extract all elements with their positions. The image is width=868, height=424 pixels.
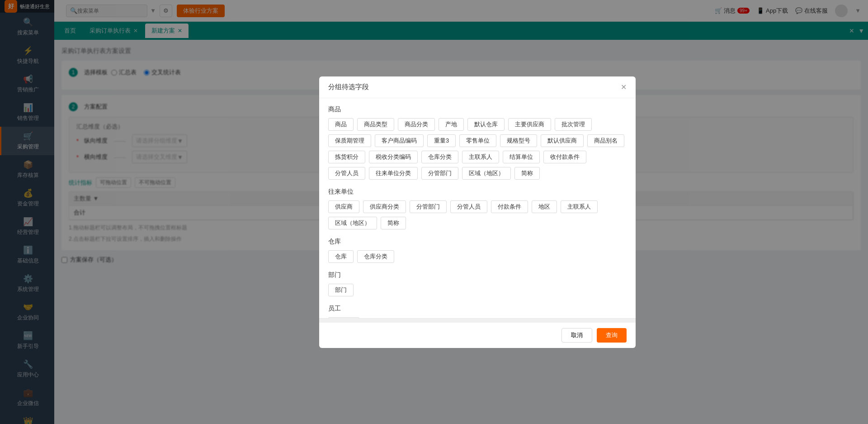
field-tag-2-0[interactable]: 仓库 [328, 250, 354, 263]
field-tag-1-4[interactable]: 付款条件 [491, 200, 528, 213]
field-tags-3: 部门 [328, 284, 627, 296]
field-tag-3-0[interactable]: 部门 [328, 284, 354, 296]
field-tag-0-0[interactable]: 商品 [328, 118, 354, 131]
modal-close-btn[interactable]: ✕ [621, 83, 627, 91]
field-tag-0-20[interactable]: 分管人员 [328, 167, 365, 180]
field-tag-0-19[interactable]: 收付款条件 [543, 151, 586, 163]
confirm-btn[interactable]: 查询 [597, 328, 627, 343]
modal-header: 分组待选字段 ✕ [319, 76, 636, 98]
field-tag-1-3[interactable]: 分管人员 [450, 200, 487, 213]
field-tag-0-6[interactable]: 批次管理 [555, 118, 592, 131]
field-tag-1-6[interactable]: 主联系人 [561, 200, 598, 213]
modal-hscroll[interactable] [319, 318, 636, 322]
field-tag-1-8[interactable]: 简称 [381, 217, 406, 229]
field-tag-2-1[interactable]: 仓库分类 [357, 250, 394, 263]
field-group-4: 员工业务员 [328, 305, 627, 318]
field-tag-1-0[interactable]: 供应商 [328, 200, 359, 213]
field-tag-1-5[interactable]: 地区 [532, 200, 557, 213]
field-group-3: 部门部门 [328, 271, 627, 296]
field-tags-1: 供应商供应商分类分管部门分管人员付款条件地区主联系人区域（地区）简称 [328, 200, 627, 229]
field-group-2: 仓库仓库仓库分类 [328, 238, 627, 263]
field-tag-1-1[interactable]: 供应商分类 [363, 200, 406, 213]
field-tag-0-13[interactable]: 商品别名 [587, 134, 624, 147]
field-tag-0-12[interactable]: 默认供应商 [541, 134, 584, 147]
field-group-1: 往来单位供应商供应商分类分管部门分管人员付款条件地区主联系人区域（地区）简称 [328, 188, 627, 229]
field-tag-0-24[interactable]: 简称 [514, 167, 540, 180]
field-tag-0-23[interactable]: 区域（地区） [462, 167, 511, 180]
field-tag-0-3[interactable]: 产地 [439, 118, 464, 131]
field-tag-1-2[interactable]: 分管部门 [410, 200, 447, 213]
field-tag-0-10[interactable]: 零售单位 [459, 134, 496, 147]
cancel-btn[interactable]: 取消 [561, 328, 592, 343]
field-tag-0-11[interactable]: 规格型号 [500, 134, 537, 147]
field-tag-0-1[interactable]: 商品类型 [357, 118, 394, 131]
field-group-0: 商品商品商品类型商品分类产地默认仓库主要供应商批次管理保质期管理客户商品编码重量… [328, 105, 627, 180]
field-tags-2: 仓库仓库分类 [328, 250, 627, 263]
field-tag-0-16[interactable]: 仓库分类 [421, 151, 458, 163]
field-group-title-3: 部门 [328, 271, 627, 279]
field-tag-0-17[interactable]: 主联系人 [462, 151, 499, 163]
field-tag-0-2[interactable]: 商品分类 [398, 118, 435, 131]
field-tag-0-21[interactable]: 往来单位分类 [369, 167, 418, 180]
field-select-modal: 分组待选字段 ✕ 商品商品商品类型商品分类产地默认仓库主要供应商批次管理保质期管… [319, 76, 636, 348]
field-group-title-0: 商品 [328, 105, 627, 114]
field-group-title-4: 员工 [328, 305, 627, 313]
field-group-title-1: 往来单位 [328, 188, 627, 196]
field-tag-1-7[interactable]: 区域（地区） [328, 217, 377, 229]
field-tag-0-22[interactable]: 分管部门 [421, 167, 458, 180]
field-tags-0: 商品商品类型商品分类产地默认仓库主要供应商批次管理保质期管理客户商品编码重量3零… [328, 118, 627, 180]
modal-footer: 取消 查询 [319, 322, 636, 348]
field-tag-0-18[interactable]: 结算单位 [503, 151, 540, 163]
field-tag-0-15[interactable]: 税收分类编码 [369, 151, 418, 163]
field-tag-0-9[interactable]: 重量3 [427, 134, 456, 147]
field-tag-0-8[interactable]: 客户商品编码 [375, 134, 424, 147]
modal-body[interactable]: 商品商品商品类型商品分类产地默认仓库主要供应商批次管理保质期管理客户商品编码重量… [319, 98, 636, 318]
field-group-title-2: 仓库 [328, 238, 627, 246]
field-tag-0-4[interactable]: 默认仓库 [467, 118, 505, 131]
modal-title: 分组待选字段 [328, 83, 369, 91]
field-tag-0-14[interactable]: 拣货积分 [328, 151, 365, 163]
field-tag-0-7[interactable]: 保质期管理 [328, 134, 371, 147]
field-tag-0-5[interactable]: 主要供应商 [508, 118, 551, 131]
